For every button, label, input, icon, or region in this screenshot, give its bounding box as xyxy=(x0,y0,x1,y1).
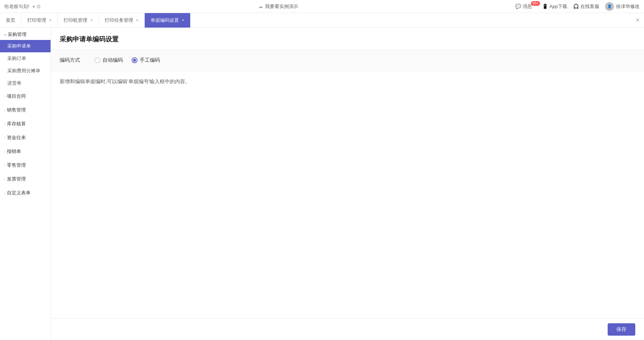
radio-group-encoding: 自动编码 手工编码 xyxy=(95,57,160,64)
app-download-label: App下载 xyxy=(549,3,567,10)
chevron-right-icon-3: › xyxy=(4,122,5,126)
sidebar-group-custom-forms[interactable]: › 自定义表单 xyxy=(0,186,51,200)
desc-section: 新增和编辑单据编时,可以编辑'单据编号'输入框中的内容。 xyxy=(51,71,644,92)
tab-home[interactable]: 首页 xyxy=(0,13,21,28)
description-text: 新增和编辑单据编时,可以编辑'单据编号'输入框中的内容。 xyxy=(60,78,635,85)
tab-print-mgmt-label: 打印管理 xyxy=(27,17,46,24)
cloud-icon: ☁ xyxy=(258,4,263,9)
tab-print-mgmt[interactable]: 打印管理 × xyxy=(21,13,58,28)
sidebar-item-purchase-order[interactable]: 采购订单 xyxy=(0,52,51,65)
user-name: 徐泽华修改 xyxy=(616,3,640,10)
chevron-right-icon-8: › xyxy=(4,191,5,195)
message-btn[interactable]: 💬 消息 99+ xyxy=(515,3,536,10)
sidebar-item-stock-in[interactable]: 进货单 xyxy=(0,77,51,89)
content-inner: 采购申请单编码设置 编码方式 自动编码 手工编码 新增和编辑单据编时,可以编辑'… xyxy=(51,28,644,318)
chevron-down-icon: ▾ xyxy=(4,33,6,37)
top-bar-icons: ▾ ⚙ xyxy=(32,4,41,9)
page-header: 采购申请单编码设置 xyxy=(51,28,644,50)
top-bar-right: 💬 消息 99+ 📱 App下载 🎧 在线客服 👤 徐泽华修改 xyxy=(515,2,640,11)
radio-auto-code[interactable]: 自动编码 xyxy=(95,57,123,64)
top-bar-center: ☁ 我要看实例演示 xyxy=(258,3,298,10)
sidebar-group-inventory[interactable]: › 库存核算 xyxy=(0,117,51,131)
online-support-label: 在线客服 xyxy=(580,3,599,10)
tab-printer-mgmt[interactable]: 打印机管理 × xyxy=(58,13,99,28)
chevron-right-icon-6: › xyxy=(4,163,5,167)
sidebar-group-retail-mgmt[interactable]: › 零售管理 xyxy=(0,158,51,172)
content-area: 采购申请单编码设置 编码方式 自动编码 手工编码 新增和编辑单据编时,可以编辑'… xyxy=(51,28,644,340)
tab-home-label: 首页 xyxy=(6,17,15,24)
user-info[interactable]: 👤 徐泽华修改 xyxy=(605,2,640,11)
app-title: 给老板勾划! xyxy=(4,3,29,10)
tab-bar-close[interactable]: × xyxy=(631,16,644,24)
sidebar-group-purchase-title[interactable]: ▾ 采购管理 xyxy=(0,28,51,40)
headset-icon: 🎧 xyxy=(573,4,579,9)
radio-manual-label: 手工编码 xyxy=(140,57,160,64)
demo-text[interactable]: 我要看实例演示 xyxy=(265,3,298,10)
page-title: 采购申请单编码设置 xyxy=(60,35,635,44)
sidebar-group-project-contract[interactable]: › 项目合同 xyxy=(0,89,51,103)
content-footer: 保存 xyxy=(51,318,644,340)
tab-printer-mgmt-close[interactable]: × xyxy=(90,18,93,23)
tab-print-mgmt-close[interactable]: × xyxy=(49,18,52,23)
top-bar-left: 给老板勾划! ▾ ⚙ xyxy=(4,3,41,10)
app-icon: 📱 xyxy=(542,4,548,9)
online-support-btn[interactable]: 🎧 在线客服 xyxy=(573,3,599,10)
tab-bill-code-settings-close[interactable]: × xyxy=(182,18,184,23)
tab-printer-mgmt-label: 打印机管理 xyxy=(64,17,87,24)
encoding-label: 编码方式 xyxy=(60,57,80,64)
radio-auto-label: 自动编码 xyxy=(103,57,123,64)
sidebar-item-purchase-request[interactable]: 采购申请单 xyxy=(0,40,51,52)
radio-auto-circle xyxy=(95,57,100,63)
message-badge: 99+ xyxy=(531,1,540,6)
chevron-right-icon-7: › xyxy=(4,177,5,181)
sidebar-group-funds[interactable]: › 资金往来 xyxy=(0,131,51,145)
avatar: 👤 xyxy=(605,2,614,11)
sidebar-group-purchase: ▾ 采购管理 采购申请单 采购订单 采购费用分摊单 进货单 xyxy=(0,28,51,89)
tab-bill-code-settings[interactable]: 单据编码设置 × xyxy=(145,13,191,28)
sidebar-group-sales-mgmt[interactable]: › 销售管理 xyxy=(0,103,51,117)
sidebar: ▾ 采购管理 采购申请单 采购订单 采购费用分摊单 进货单 › 项目合同 › 销… xyxy=(0,28,51,340)
radio-manual-circle xyxy=(132,57,137,63)
tab-print-task-mgmt[interactable]: 打印任务管理 × xyxy=(99,13,145,28)
chevron-right-icon-2: › xyxy=(4,108,5,112)
tab-bill-code-settings-label: 单据编码设置 xyxy=(151,17,179,24)
message-icon: 💬 xyxy=(515,4,521,9)
sidebar-item-purchase-expense[interactable]: 采购费用分摊单 xyxy=(0,65,51,77)
main-layout: ▾ 采购管理 采购申请单 采购订单 采购费用分摊单 进货单 › 项目合同 › 销… xyxy=(0,28,644,340)
chevron-right-icon-4: › xyxy=(4,136,5,140)
radio-manual-code[interactable]: 手工编码 xyxy=(132,57,160,64)
tab-bar: 首页 打印管理 × 打印机管理 × 打印任务管理 × 单据编码设置 × × xyxy=(0,13,644,28)
sidebar-group-invoice-mgmt[interactable]: › 发票管理 xyxy=(0,172,51,186)
top-bar: 给老板勾划! ▾ ⚙ ☁ 我要看实例演示 💬 消息 99+ 📱 App下载 🎧 … xyxy=(0,0,644,13)
save-button[interactable]: 保存 xyxy=(608,323,635,336)
encoding-section: 编码方式 自动编码 手工编码 xyxy=(51,50,644,71)
dropdown-icon[interactable]: ▾ xyxy=(32,4,35,9)
message-label: 消息 xyxy=(523,3,532,10)
tab-print-task-mgmt-label: 打印任务管理 xyxy=(105,17,133,24)
app-download-btn[interactable]: 📱 App下载 xyxy=(542,3,567,10)
sidebar-group-sales-return[interactable]: › 报销单 xyxy=(0,145,51,158)
chevron-right-icon-5: › xyxy=(4,150,5,154)
tab-print-task-mgmt-close[interactable]: × xyxy=(136,18,139,23)
chevron-right-icon: › xyxy=(4,94,5,98)
settings-icon[interactable]: ⚙ xyxy=(36,4,41,9)
